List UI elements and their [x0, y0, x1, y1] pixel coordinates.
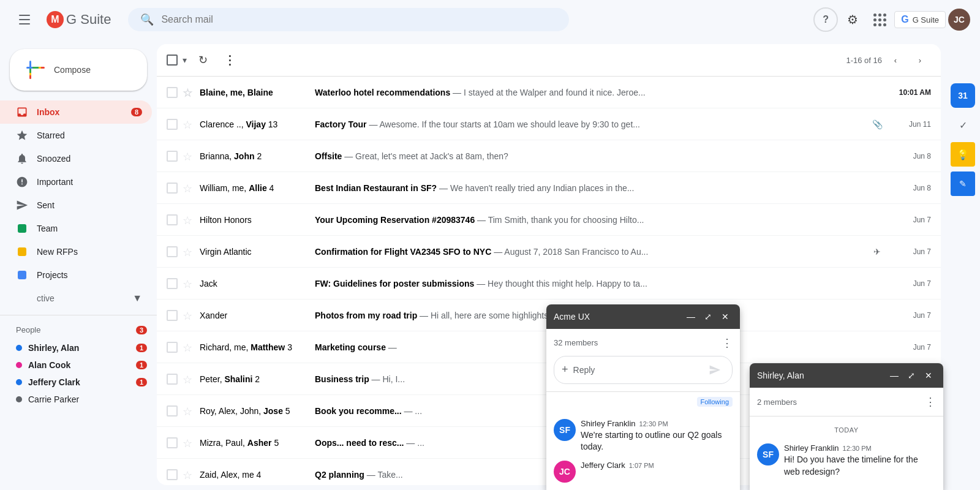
more-label: ctive [37, 293, 132, 303]
keep-icon-button[interactable]: 💡 [951, 142, 975, 167]
sidebar-item-more[interactable]: ctive ▼ [0, 287, 152, 310]
sidebar-item-sent[interactable]: Sent [0, 194, 152, 217]
compose-plus-icon [24, 59, 47, 81]
sidebar-item-important[interactable]: Important [0, 170, 152, 194]
email-checkbox[interactable] [167, 278, 178, 289]
email-attachment-icon: 📎 [871, 119, 883, 129]
star-icon [16, 129, 28, 141]
calendar-icon-button[interactable]: 31 [951, 83, 975, 108]
email-row[interactable]: ☆ Virgin Atlantic Confirmation for Fligh… [157, 236, 941, 268]
email-star[interactable]: ☆ [183, 118, 195, 130]
email-checkbox[interactable] [167, 374, 178, 385]
email-star[interactable]: ☆ [183, 182, 195, 194]
email-star[interactable]: ☆ [183, 86, 195, 99]
sidebar: Compose Inbox 8 Starred Snoozed [0, 39, 157, 490]
email-star[interactable]: ☆ [183, 373, 195, 385]
people-dot-alan [16, 362, 22, 368]
email-checkbox[interactable] [167, 405, 178, 417]
important-label: Important [37, 177, 142, 187]
more-options-button[interactable]: ⋮ [219, 49, 241, 71]
people-count-jeffery: 1 [136, 378, 147, 386]
email-checkbox[interactable] [167, 246, 178, 257]
search-input[interactable] [161, 14, 557, 25]
menu-button[interactable] [10, 7, 39, 32]
contacts-icon-button[interactable]: ✎ [951, 172, 975, 196]
email-star[interactable]: ☆ [183, 341, 195, 353]
gsuite-button[interactable]: G G Suite [894, 11, 946, 28]
email-checkbox[interactable] [167, 310, 178, 321]
email-row[interactable]: ☆ Clarence .., Vijay 13 Factory Tour — A… [157, 108, 941, 140]
email-checkbox[interactable] [167, 119, 178, 130]
apps-icon [873, 13, 886, 26]
email-star[interactable]: ☆ [183, 277, 195, 290]
email-time: Jun 8 [888, 184, 931, 192]
sidebar-item-team[interactable]: Team [0, 217, 152, 240]
email-row[interactable]: ☆ Hilton Honors Your Upcoming Reservatio… [157, 204, 941, 236]
gmail-logo-text: G Suite [66, 12, 111, 28]
contacts-icon: ✎ [959, 179, 967, 189]
shirley-alan-options-icon[interactable]: ⋮ [925, 395, 936, 409]
minimize-button-shirley[interactable]: — [887, 368, 902, 383]
settings-button[interactable]: ⚙ [840, 7, 865, 32]
people-item-carrie-parker[interactable]: Carrie Parker [0, 391, 157, 408]
send-button-acme[interactable] [705, 360, 725, 380]
refresh-button[interactable]: ↻ [192, 49, 214, 71]
email-time: Jun 11 [888, 120, 931, 129]
close-button-shirley[interactable]: ✕ [921, 368, 936, 383]
select-dropdown-icon[interactable]: ▾ [183, 55, 187, 65]
next-page-button[interactable]: › [909, 49, 931, 71]
inbox-label: Inbox [37, 107, 131, 117]
shirley-msg-text-2: Hi! Do you have the timeline for the web… [784, 454, 936, 478]
select-all-checkbox[interactable] [167, 55, 178, 66]
email-row[interactable]: ☆ William, me, Allie 4 Best Indian Resta… [157, 172, 941, 204]
sidebar-item-projects[interactable]: Projects [0, 263, 152, 287]
shirley-alan-controls: — ⤢ ✕ [887, 368, 936, 383]
email-checkbox[interactable] [167, 183, 178, 194]
sidebar-item-snoozed[interactable]: Snoozed [0, 147, 152, 170]
expand-button-acme[interactable]: ⤢ [701, 309, 715, 324]
email-row[interactable]: ☆ Jack FW: Guidelines for poster submiss… [157, 268, 941, 300]
calendar-icon: 31 [958, 91, 968, 100]
acme-ux-options-icon[interactable]: ⋮ [722, 336, 733, 350]
avatar[interactable]: JC [948, 9, 970, 31]
jeffery-avatar: JC [554, 461, 576, 483]
help-button[interactable]: ? [813, 7, 838, 32]
email-checkbox[interactable] [167, 342, 178, 353]
email-from: Zaid, Alex, me 4 [200, 470, 310, 480]
compose-button[interactable]: Compose [10, 49, 147, 91]
email-star[interactable]: ☆ [183, 150, 195, 162]
email-star[interactable]: ☆ [183, 437, 195, 449]
email-star[interactable]: ☆ [183, 246, 195, 258]
people-item-alan-cook[interactable]: Alan Cook 1 [0, 356, 157, 374]
sidebar-item-new-rfps[interactable]: New RFPs [0, 240, 152, 263]
email-checkbox[interactable] [167, 87, 178, 98]
apps-button[interactable] [867, 7, 892, 32]
email-checkbox[interactable] [167, 469, 178, 480]
tasks-icon: ✓ [959, 119, 967, 131]
acme-ux-member-count: 32 members [554, 338, 598, 347]
people-dot-shirley [16, 345, 22, 351]
email-star[interactable]: ☆ [183, 214, 195, 226]
people-item-jeffery-clark[interactable]: Jeffery Clark 1 [0, 374, 157, 391]
people-section: People 3 Shirley, Alan 1 Alan Cook 1 [0, 320, 157, 413]
email-row[interactable]: ☆ Brianna, John 2 Offsite — Great, let's… [157, 140, 941, 172]
sidebar-item-starred[interactable]: Starred [0, 124, 152, 147]
reply-plus-icon: + [562, 363, 568, 376]
email-star[interactable]: ☆ [183, 469, 195, 481]
acme-ux-reply-bar[interactable]: + Reply [554, 356, 733, 384]
people-item-shirley-alan[interactable]: Shirley, Alan 1 [0, 339, 157, 356]
email-star[interactable]: ☆ [183, 405, 195, 417]
close-button-acme[interactable]: ✕ [718, 309, 733, 324]
expand-button-shirley[interactable]: ⤢ [904, 368, 919, 383]
email-checkbox[interactable] [167, 437, 178, 448]
email-checkbox[interactable] [167, 151, 178, 162]
sidebar-item-inbox[interactable]: Inbox 8 [0, 100, 152, 124]
email-star[interactable]: ☆ [183, 309, 195, 322]
tasks-icon-button[interactable]: ✓ [951, 113, 975, 137]
prev-page-button[interactable]: ‹ [884, 49, 907, 71]
minimize-button-acme[interactable]: — [684, 309, 698, 324]
email-row[interactable]: ☆ Blaine, me, Blaine Waterloo hotel reco… [157, 77, 941, 108]
people-count-shirley: 1 [136, 344, 147, 352]
email-checkbox[interactable] [167, 214, 178, 225]
search-bar[interactable]: 🔍 [128, 8, 569, 31]
